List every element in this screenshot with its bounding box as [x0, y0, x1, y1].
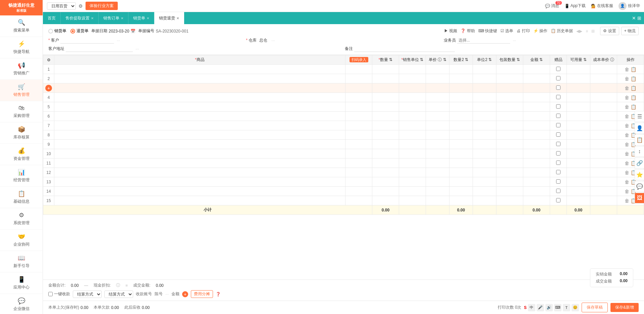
unit2-cell[interactable]: [473, 102, 496, 112]
qty2-cell[interactable]: [449, 130, 473, 140]
customer-input[interactable]: [60, 37, 114, 44]
unit-cell[interactable]: [399, 140, 426, 149]
gift-checkbox[interactable]: [556, 104, 560, 109]
float-btn-7[interactable]: 💬: [635, 181, 644, 192]
user-menu[interactable]: 👤 徐泽华: [619, 2, 640, 10]
gift-checkbox[interactable]: [556, 161, 560, 165]
sidebar-item-企业协同[interactable]: 🤝企业协同: [0, 230, 43, 251]
pkg-cell[interactable]: [496, 177, 523, 187]
float-btn-3[interactable]: 📋: [635, 134, 644, 145]
sidebar-item-搜索菜单[interactable]: 🔍搜索菜单: [0, 15, 43, 37]
unit2-cell[interactable]: [473, 83, 496, 93]
view-toggle-list[interactable]: ≡: [586, 29, 588, 34]
qty2-cell[interactable]: [449, 196, 473, 205]
category-select[interactable]: 日用百货: [47, 2, 76, 10]
account-select-btn[interactable]: ···: [165, 292, 169, 297]
add-row-btn[interactable]: +: [45, 85, 52, 91]
qty2-cell[interactable]: [449, 102, 473, 112]
gift-cell[interactable]: [550, 140, 567, 149]
gift-checkbox[interactable]: [556, 170, 560, 174]
delete-row-btn[interactable]: 🗑: [625, 179, 629, 185]
setting-btn[interactable]: ⚙ 设置: [600, 27, 619, 35]
logistics-btn[interactable]: + 物流: [621, 27, 639, 35]
gift-cell[interactable]: [550, 74, 567, 83]
qty-cell[interactable]: [372, 149, 399, 159]
product-cell[interactable]: [54, 65, 345, 74]
qty-cell[interactable]: [372, 140, 399, 149]
gift-checkbox[interactable]: [556, 132, 560, 137]
sidebar-item-新手引导[interactable]: 📖新手引导: [0, 251, 43, 272]
amount-cell[interactable]: [523, 168, 550, 177]
price-cell[interactable]: [426, 177, 449, 187]
product-cell[interactable]: [54, 149, 345, 159]
gift-checkbox[interactable]: [556, 67, 560, 71]
qty-cell[interactable]: [372, 177, 399, 187]
qty-cell[interactable]: [372, 187, 399, 196]
gift-cell[interactable]: [550, 112, 567, 121]
product-cell[interactable]: [54, 177, 345, 187]
gift-cell[interactable]: [550, 121, 567, 130]
qty-cell[interactable]: [372, 121, 399, 130]
unit-cell[interactable]: [399, 93, 426, 102]
unit2-cell[interactable]: [473, 196, 496, 205]
delete-row-btn[interactable]: 🗑: [625, 123, 629, 128]
qty-cell[interactable]: [372, 65, 399, 74]
qty-cell[interactable]: [372, 196, 399, 205]
expand-tabs-btn[interactable]: ⊞: [637, 15, 641, 21]
ime-translate[interactable]: T: [563, 304, 570, 311]
tab-close-icon[interactable]: ✕: [91, 16, 94, 20]
delete-row-btn[interactable]: 🗑: [625, 95, 629, 100]
unit2-cell[interactable]: [473, 177, 496, 187]
pkg-cell[interactable]: [496, 121, 523, 130]
gift-checkbox[interactable]: [556, 142, 560, 146]
tab-售价提取设置[interactable]: 售价提取设置✕: [61, 12, 99, 24]
price-cell[interactable]: [426, 130, 449, 140]
gift-checkbox[interactable]: [556, 76, 560, 80]
copy-row-btn[interactable]: 📋: [631, 67, 636, 72]
gift-cell[interactable]: [550, 159, 567, 168]
sidebar-item-库存核算[interactable]: 📦库存核算: [0, 122, 43, 144]
sidebar-item-快捷导航[interactable]: ⚡快捷导航: [0, 37, 43, 58]
qty2-cell[interactable]: [449, 74, 473, 83]
product-cell[interactable]: [54, 74, 345, 83]
ime-mic[interactable]: 🎤: [537, 304, 544, 311]
unit2-cell[interactable]: [473, 149, 496, 159]
tab-close-icon[interactable]: ✕: [121, 16, 123, 20]
product-cell[interactable]: [54, 196, 345, 205]
save-draft-btn[interactable]: 保存草稿: [582, 303, 608, 312]
sidebar-item-企业微信[interactable]: 💬企业微信: [0, 294, 43, 314]
staff-input[interactable]: [457, 37, 510, 44]
qty-cell[interactable]: [372, 83, 399, 93]
pkg-cell[interactable]: [496, 74, 523, 83]
unit-cell[interactable]: [399, 83, 426, 93]
qty2-cell[interactable]: [449, 159, 473, 168]
copy-row-btn[interactable]: 📋: [631, 104, 636, 110]
gift-cell[interactable]: [550, 130, 567, 140]
sidebar-item-营销推广[interactable]: 📢营销推广: [0, 58, 43, 80]
unit-cell[interactable]: [399, 159, 426, 168]
product-cell[interactable]: [54, 93, 345, 102]
unit2-cell[interactable]: [473, 121, 496, 130]
address-select-btn[interactable]: ···: [136, 47, 139, 51]
qty-cell[interactable]: [372, 112, 399, 121]
pkg-cell[interactable]: [496, 149, 523, 159]
delete-row-btn[interactable]: 🗑: [625, 198, 629, 203]
online-service-btn[interactable]: 💁 在线客服: [591, 3, 613, 9]
scan-btn[interactable]: 扫码录入: [350, 57, 368, 62]
gift-cell[interactable]: [550, 168, 567, 177]
pkg-cell[interactable]: [496, 112, 523, 121]
delete-row-btn[interactable]: 🗑: [625, 142, 629, 147]
remark-input[interactable]: [354, 46, 455, 52]
qty2-cell[interactable]: [449, 187, 473, 196]
pkg-cell[interactable]: [496, 93, 523, 102]
amount-cell[interactable]: [523, 102, 550, 112]
price-cell[interactable]: [426, 149, 449, 159]
gift-checkbox[interactable]: [556, 198, 560, 202]
amount-cell[interactable]: [523, 83, 550, 93]
unit-cell[interactable]: [399, 102, 426, 112]
tab-销售订单[interactable]: 销售订单✕: [99, 12, 128, 24]
qty2-cell[interactable]: [449, 177, 473, 187]
staff-select-btn[interactable]: ···: [513, 38, 516, 43]
view-toggle-grid[interactable]: ⊞: [591, 29, 595, 34]
radio-return[interactable]: 退货单: [70, 28, 89, 34]
